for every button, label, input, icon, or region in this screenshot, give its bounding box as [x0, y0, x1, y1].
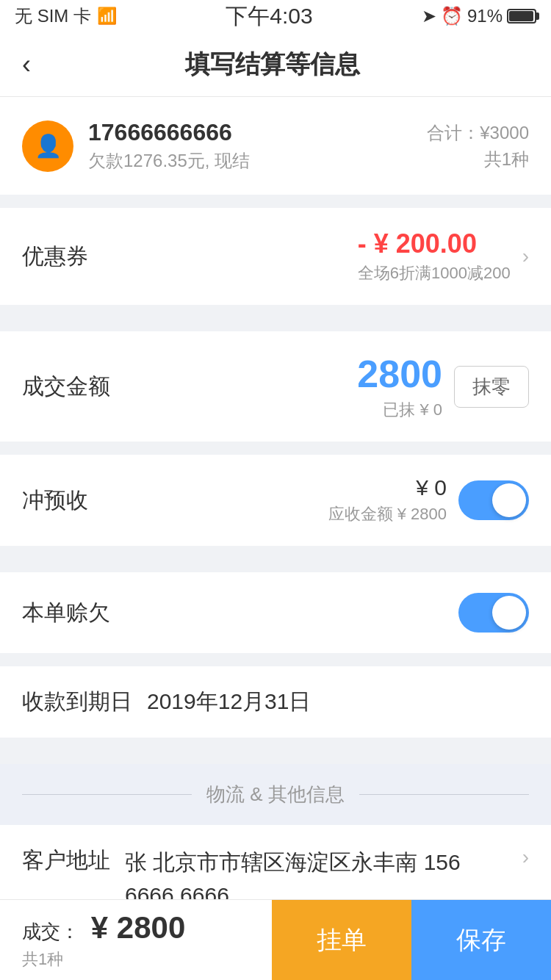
chevron-right-icon: ›: [522, 245, 529, 268]
nav-bar: ‹ 填写结算等信息: [0, 32, 551, 97]
deferred-row: 本单赊欠: [0, 572, 551, 653]
prepay-label: 冲预收: [22, 486, 88, 516]
status-bar: 无 SIM 卡 📶 下午4:03 ➤ ⏰ 91%: [0, 0, 551, 32]
header-line-left: [22, 794, 192, 795]
bottom-summary: 成交： ¥ 2800 共1种: [0, 910, 272, 970]
due-date-label: 收款到期日: [22, 687, 132, 717]
prepay-values: ¥ 0 应收金额 ¥ 2800: [328, 475, 447, 525]
bottom-bar: 成交： ¥ 2800 共1种 挂单 保存: [0, 899, 551, 980]
customer-details: 17666666666 欠款1276.35元, 现结: [88, 119, 250, 173]
separator-3: [0, 751, 551, 764]
page-title: 填写结算等信息: [46, 48, 500, 82]
logistics-label: 物流 & 其他信息: [206, 782, 345, 807]
deal-sub: 已抹 ¥ 0: [357, 399, 442, 421]
coupon-values: - ¥ 200.00 全场6折满1000减200: [358, 228, 511, 284]
status-time: 下午4:03: [226, 1, 312, 32]
address-label: 客户地址: [22, 846, 110, 876]
coupon-section: 优惠券 - ¥ 200.00 全场6折满1000减200 ›: [0, 208, 551, 305]
customer-info-left: 👤 17666666666 欠款1276.35元, 现结: [22, 119, 250, 173]
toggle-knob: [492, 483, 526, 517]
erase-button[interactable]: 抹零: [454, 366, 529, 408]
coupon-desc: 全场6折满1000减200: [358, 262, 511, 284]
coupon-discount: - ¥ 200.00: [358, 228, 511, 259]
deal-section: 成交金额 2800 已抹 ¥ 0 抹零: [0, 331, 551, 442]
logistics-header: 物流 & 其他信息: [0, 764, 551, 825]
hang-label: 挂单: [317, 923, 367, 957]
wifi-icon: 📶: [97, 7, 117, 26]
status-right: ➤ ⏰ 91%: [422, 6, 536, 26]
separator-2: [0, 559, 551, 572]
coupon-label: 优惠券: [22, 242, 88, 272]
avatar-icon: 👤: [35, 133, 62, 159]
prepay-row: 冲预收 ¥ 0 应收金额 ¥ 2800: [0, 455, 551, 546]
total-count: 共1种: [427, 148, 529, 171]
bottom-deal-label: 成交：: [22, 920, 79, 943]
save-label: 保存: [456, 923, 506, 957]
prepay-amount: ¥ 0: [328, 475, 447, 500]
customer-phone: 17666666666: [88, 119, 250, 146]
sim-label: 无 SIM 卡: [15, 4, 91, 28]
alarm-icon: ⏰: [441, 6, 463, 26]
save-button[interactable]: 保存: [411, 900, 551, 981]
bottom-deal-amount: ¥ 2800: [91, 910, 185, 945]
deal-amount-value: 2800: [357, 352, 442, 396]
bottom-count: 共1种: [22, 948, 250, 970]
customer-subtext: 欠款1276.35元, 现结: [88, 149, 250, 173]
total-label: 合计：¥3000: [427, 121, 529, 145]
deferred-toggle[interactable]: [458, 593, 529, 633]
coupon-row[interactable]: 优惠券 - ¥ 200.00 全场6折满1000减200 ›: [0, 208, 551, 305]
bottom-deal-line: 成交： ¥ 2800: [22, 910, 250, 945]
total-value: ¥3000: [480, 123, 529, 143]
prepay-right: ¥ 0 应收金额 ¥ 2800: [328, 475, 529, 525]
deal-amount-right: 2800 已抹 ¥ 0 抹零: [357, 352, 529, 421]
prepay-sub: 应收金额 ¥ 2800: [328, 503, 447, 525]
prepay-section: 冲预收 ¥ 0 应收金额 ¥ 2800: [0, 455, 551, 546]
location-icon: ➤: [422, 6, 436, 26]
content-area: 👤 17666666666 欠款1276.35元, 现结 合计：¥3000 共1…: [0, 97, 551, 980]
status-left: 无 SIM 卡 📶: [15, 4, 117, 28]
deferred-toggle-knob: [492, 596, 526, 630]
back-button[interactable]: ‹: [22, 49, 31, 80]
due-date-value: 2019年12月31日: [147, 687, 311, 717]
deal-values: 2800 已抹 ¥ 0: [357, 352, 442, 421]
address-chevron-icon: ›: [522, 846, 529, 869]
battery-percent: 91%: [467, 6, 503, 26]
deferred-section: 本单赊欠: [0, 572, 551, 653]
coupon-right: - ¥ 200.00 全场6折满1000减200 ›: [358, 228, 529, 284]
customer-total: 合计：¥3000 共1种: [427, 121, 529, 171]
due-date-row: 收款到期日 2019年12月31日: [0, 666, 551, 738]
deferred-label: 本单赊欠: [22, 598, 110, 628]
battery-icon: [507, 9, 536, 24]
separator-1: [0, 318, 551, 331]
prepay-toggle[interactable]: [458, 480, 529, 520]
deal-amount-row: 成交金额 2800 已抹 ¥ 0 抹零: [0, 331, 551, 442]
header-line-right: [359, 794, 529, 795]
customer-card: 👤 17666666666 欠款1276.35元, 现结 合计：¥3000 共1…: [0, 97, 551, 195]
deal-amount-label: 成交金额: [22, 372, 110, 402]
avatar: 👤: [22, 120, 73, 172]
hang-order-button[interactable]: 挂单: [272, 900, 411, 981]
